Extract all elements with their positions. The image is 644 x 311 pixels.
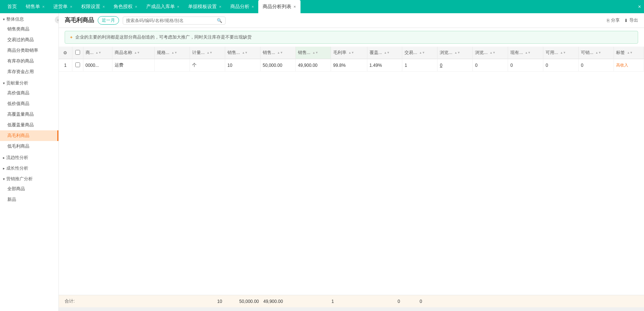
footer-spacer-browse2 bbox=[373, 299, 395, 304]
nav-product-analysis-list[interactable]: 商品分析列表 × bbox=[258, 0, 300, 13]
sidebar: « ▾ 整体信息 销售类商品 交易过的商品 商品分类助销率 有库存的商品 库存资… bbox=[0, 13, 59, 311]
sort-tag-icon: ▲▼ bbox=[627, 51, 633, 54]
nav-permission-settings[interactable]: 权限设置 × bbox=[77, 0, 109, 13]
sidebar-item-stock-capital[interactable]: 库存资金占用 bbox=[0, 66, 58, 77]
sidebar-item-low-coverage[interactable]: 低覆盖量商品 bbox=[0, 120, 58, 130]
close-finished-goods-icon[interactable]: × bbox=[177, 4, 179, 9]
footer-spacer-unit bbox=[193, 299, 215, 304]
sort-sales-qty-icon: ▲▼ bbox=[242, 51, 248, 54]
footer-spacer-1 bbox=[80, 299, 94, 304]
filter-recent-month-button[interactable]: 近一月 bbox=[98, 16, 119, 25]
cell-sales-amount: 50,000.00 bbox=[260, 59, 295, 72]
cell-browse1[interactable]: 0 bbox=[438, 59, 473, 72]
close-permission-settings-icon[interactable]: × bbox=[102, 4, 105, 9]
col-available-stock[interactable]: 可用... ▲▼ bbox=[543, 47, 579, 59]
info-icon: ✦ bbox=[69, 35, 73, 40]
sort-unit-icon: ▲▼ bbox=[206, 51, 212, 54]
col-coverage[interactable]: 覆盖... ▲▼ bbox=[367, 47, 402, 59]
sidebar-item-low-value[interactable]: 低价值商品 bbox=[0, 98, 58, 109]
nav-finished-goods[interactable]: 产成品入库单 × bbox=[142, 0, 184, 13]
cell-browse2: 0 bbox=[473, 59, 508, 72]
share-button[interactable]: ⎘ 分享 bbox=[607, 17, 620, 23]
row-checkbox[interactable] bbox=[75, 62, 80, 67]
content-area: 高毛利商品 近一月 🔍 ⎘ 分享 ⬇ 导出 bbox=[59, 13, 644, 311]
col-spec[interactable]: 规格... ▲▼ bbox=[155, 47, 190, 59]
settings-icon[interactable]: ⚙ bbox=[63, 50, 67, 55]
arrow-right-icon-2: ▸ bbox=[3, 166, 5, 170]
data-table: ⚙ 商... ▲▼ 商品名称 ▲▼ bbox=[59, 47, 644, 72]
table-row: 1 0000... 运费 个 10 50,000.00 49,900.00 99… bbox=[59, 59, 644, 72]
header-right-buttons: ⎘ 分享 ⬇ 导出 bbox=[607, 17, 638, 23]
col-sales-cost[interactable]: 销售... ▲▼ bbox=[295, 47, 331, 59]
close-role-auth-icon[interactable]: × bbox=[135, 4, 137, 9]
nav-purchase-order[interactable]: 进货单 × bbox=[49, 0, 76, 13]
close-template-settings-icon[interactable]: × bbox=[219, 4, 221, 9]
window-close-button[interactable]: × bbox=[638, 4, 641, 10]
export-button[interactable]: ⬇ 导出 bbox=[624, 17, 638, 23]
sidebar-item-high-value[interactable]: 高价值商品 bbox=[0, 88, 58, 98]
col-tag[interactable]: 标签 ▲▼ bbox=[614, 47, 644, 59]
footer-available-stock: 0 bbox=[417, 299, 439, 304]
footer-current-stock: 0 bbox=[395, 299, 417, 304]
sidebar-item-in-stock-goods[interactable]: 有库存的商品 bbox=[0, 56, 58, 66]
footer-sales-amount: 50,000.00 bbox=[237, 299, 261, 304]
nav-template-settings[interactable]: 单据模板设置 × bbox=[184, 0, 226, 13]
footer-summary: 合计: 10 50,000.00 49,900.00 1 0 bbox=[59, 295, 644, 307]
sidebar-group-growth[interactable]: ▸ 成长性分析 bbox=[0, 162, 58, 173]
footer-spacer-spec bbox=[171, 299, 193, 304]
scrollbar-area[interactable] bbox=[59, 307, 644, 311]
close-product-analysis-icon[interactable]: × bbox=[252, 4, 254, 9]
sidebar-item-high-coverage[interactable]: 高覆盖量商品 bbox=[0, 109, 58, 120]
col-sales-qty[interactable]: 销售... ▲▼ bbox=[225, 47, 260, 59]
close-product-analysis-list-icon[interactable]: × bbox=[294, 4, 296, 9]
close-sales-order-icon[interactable]: × bbox=[42, 4, 44, 9]
close-purchase-order-icon[interactable]: × bbox=[70, 4, 72, 9]
sidebar-item-low-margin[interactable]: 低毛利商品 bbox=[0, 141, 58, 152]
col-sellable[interactable]: 可销... ▲▼ bbox=[579, 47, 614, 59]
sidebar-group-overview[interactable]: ▾ 整体信息 bbox=[0, 13, 58, 24]
share-icon: ⎘ bbox=[607, 18, 609, 23]
footer-transaction: 1 bbox=[329, 299, 351, 304]
sidebar-item-high-margin[interactable]: 高毛利商品 bbox=[0, 130, 58, 141]
col-transaction[interactable]: 交易... ▲▼ bbox=[402, 47, 438, 59]
cell-index: 1 bbox=[59, 59, 72, 72]
sort-name-icon: ▲▼ bbox=[134, 51, 140, 54]
col-unit[interactable]: 计量... ▲▼ bbox=[190, 47, 225, 59]
sidebar-item-category-sales-rate[interactable]: 商品分类助销率 bbox=[0, 45, 58, 56]
col-current-stock[interactable]: 现有... ▲▼ bbox=[508, 47, 543, 59]
sort-coverage-icon: ▲▼ bbox=[384, 51, 390, 54]
nav-home[interactable]: 首页 bbox=[3, 0, 21, 13]
footer-cells: 10 50,000.00 49,900.00 1 0 0 bbox=[80, 299, 638, 304]
sort-sales-cost-icon: ▲▼ bbox=[312, 51, 318, 54]
sidebar-item-new-goods[interactable]: 新品 bbox=[0, 194, 58, 205]
sidebar-item-all-goods[interactable]: 全部商品 bbox=[0, 184, 58, 194]
sidebar-group-marketing[interactable]: ▾ 营销推广分析 bbox=[0, 173, 58, 184]
col-sku[interactable]: 商... ▲▼ bbox=[83, 47, 112, 59]
nav-role-auth[interactable]: 角色授权 × bbox=[109, 0, 141, 13]
nav-sales-order[interactable]: 销售单 × bbox=[21, 0, 49, 13]
footer-spacer-coverage bbox=[307, 299, 329, 304]
sort-sales-amount-icon: ▲▼ bbox=[277, 51, 283, 54]
select-all-checkbox[interactable] bbox=[75, 50, 80, 55]
cell-checkbox[interactable] bbox=[72, 59, 83, 72]
sort-available-stock-icon: ▲▼ bbox=[560, 51, 566, 54]
search-icon[interactable]: 🔍 bbox=[217, 18, 222, 23]
cell-tag: 高收入 bbox=[614, 59, 644, 72]
footer-total-label: 合计: bbox=[65, 298, 75, 304]
sidebar-item-sales-goods[interactable]: 销售类商品 bbox=[0, 24, 58, 35]
nav-product-analysis[interactable]: 商品分析 × bbox=[226, 0, 258, 13]
col-name[interactable]: 商品名称 ▲▼ bbox=[112, 47, 155, 59]
col-gross-margin[interactable]: 毛利率 ▲▼ bbox=[331, 47, 367, 59]
search-input[interactable] bbox=[126, 18, 215, 23]
sidebar-group-contribution[interactable]: ▾ 贡献量分析 bbox=[0, 77, 58, 88]
col-browse2[interactable]: 浏览... ▲▼ bbox=[473, 47, 508, 59]
col-settings[interactable]: ⚙ bbox=[59, 47, 72, 59]
col-browse1[interactable]: 浏览... ▲▼ bbox=[438, 47, 473, 59]
sidebar-group-trend[interactable]: ▸ 流趋性分析 bbox=[0, 152, 58, 162]
cell-sellable: 0 bbox=[579, 59, 614, 72]
col-sales-amount[interactable]: 销售... ▲▼ bbox=[260, 47, 295, 59]
arrow-down-icon-2: ▾ bbox=[3, 81, 5, 85]
footer-spacer-margin bbox=[285, 299, 307, 304]
cell-transaction: 1 bbox=[402, 59, 438, 72]
sidebar-item-traded-goods[interactable]: 交易过的商品 bbox=[0, 35, 58, 45]
